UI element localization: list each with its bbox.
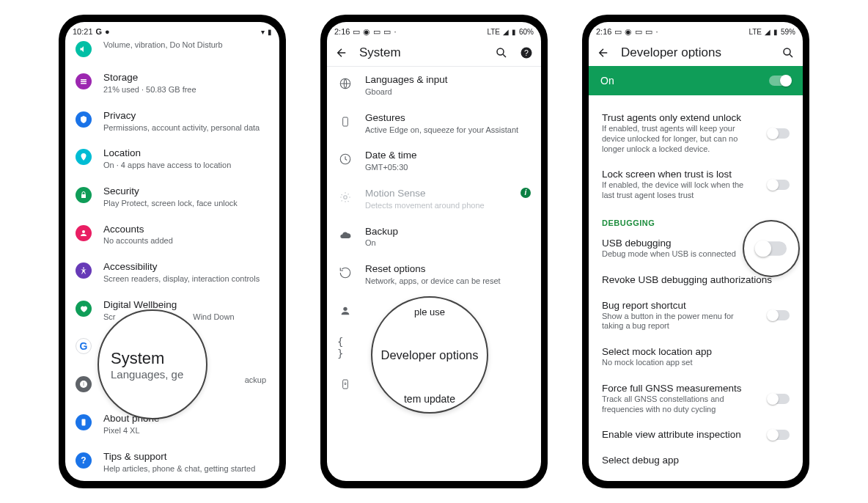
status-bar: 2:16 ▭ ◉ ▭ ▭ · LTE ◢ ▮ 60% (327, 22, 541, 40)
app-bar: System ? (327, 40, 541, 67)
svg-rect-0 (81, 79, 87, 81)
row-privacy[interactable]: PrivacyPermissions, account activity, pe… (65, 103, 279, 141)
notif-icon: ◉ (363, 27, 370, 37)
row-security[interactable]: SecurityPlay Protect, screen lock, face … (65, 178, 279, 216)
row-sound[interactable]: Volume, vibration, Do Not Disturb (65, 32, 279, 65)
notif-icon: ◉ (625, 27, 632, 37)
clock-icon (337, 151, 353, 167)
notif-icon: · (655, 27, 658, 36)
google-icon: G (96, 27, 103, 36)
svg-point-16 (343, 306, 347, 310)
system-icon: i (76, 376, 92, 392)
master-switch[interactable] (769, 76, 791, 86)
row-gestures[interactable]: GesturesActive Edge on, squeeze for your… (327, 105, 541, 143)
battery-icon: ▮ (773, 28, 778, 36)
battery-pct: 59% (781, 28, 795, 36)
switch[interactable] (768, 394, 790, 404)
row-location[interactable]: LocationOn · 4 apps have access to locat… (65, 140, 279, 178)
help-icon[interactable]: ? (519, 45, 534, 60)
google-icon: G (76, 338, 92, 354)
accounts-icon (76, 225, 92, 241)
battery-pct: 60% (519, 28, 534, 36)
help-icon: ? (76, 452, 92, 469)
row-trust-agents[interactable]: Trust agents only extend unlockIf enable… (589, 105, 803, 161)
row-accessibility[interactable]: AccessibilityScreen readers, display, in… (65, 254, 279, 292)
location-icon (76, 149, 92, 165)
notif-icon: ▭ (645, 27, 652, 37)
row-backup[interactable]: BackupOn (327, 219, 541, 257)
update-icon (337, 376, 353, 392)
battery-icon: ▮ (512, 28, 516, 36)
network-label: LTE (749, 28, 762, 36)
svg-rect-1 (81, 81, 87, 83)
notif-icon: ▭ (383, 27, 391, 37)
row-lock-trust-lost[interactable]: Lock screen when trust is lostIf enabled… (589, 161, 803, 208)
phone-icon (76, 414, 92, 430)
magnifier-devopts: ple use Developer options tem update (371, 296, 488, 414)
switch-magnified[interactable] (756, 241, 787, 256)
row-view-attr[interactable]: Enable view attribute inspection (589, 422, 803, 447)
svg-rect-8 (82, 419, 86, 426)
notif-icon: ▭ (614, 27, 622, 37)
notif-icon: · (394, 27, 396, 36)
storage-icon (76, 73, 92, 89)
user-icon (337, 303, 353, 319)
globe-icon (337, 76, 353, 92)
network-label: LTE (487, 28, 500, 36)
battery-icon: ▮ (268, 28, 272, 36)
devopts-list: Trust agents only extend unlockIf enable… (589, 105, 803, 473)
app-bar: Developer options (589, 40, 803, 66)
back-icon[interactable] (334, 45, 349, 60)
svg-point-15 (344, 196, 347, 199)
svg-point-9 (497, 48, 504, 55)
status-time: 10:21 (73, 27, 93, 36)
svg-point-18 (784, 48, 790, 55)
status-time: 2:16 (334, 27, 350, 36)
row-reset[interactable]: Reset optionsNetwork, apps, or device ca… (327, 256, 541, 294)
search-icon[interactable] (494, 45, 509, 60)
devopts-screen: 2:16 ▭ ◉ ▭ ▭ · LTE ◢ ▮ 59% Developer opt… (589, 22, 803, 481)
security-icon (76, 187, 92, 203)
switch[interactable] (768, 310, 790, 320)
svg-point-5 (83, 268, 84, 269)
sound-icon (76, 41, 92, 57)
reset-icon (337, 265, 353, 281)
wifi-icon: ▾ (261, 28, 265, 36)
row-accounts[interactable]: AccountsNo accounts added (65, 216, 279, 254)
privacy-icon (76, 111, 92, 128)
magnifier-usb-switch (743, 220, 800, 277)
row-gnss[interactable]: Force full GNSS measurementsTrack all GN… (589, 375, 803, 422)
status-time: 2:16 (596, 27, 611, 36)
settings-screen: 10:21 G ● ▾ ▮ Volume, vibration, Do Not … (65, 22, 279, 481)
row-tips[interactable]: ?Tips & supportHelp articles, phone & ch… (65, 444, 279, 481)
info-icon[interactable]: i (521, 188, 531, 198)
svg-rect-13 (343, 117, 348, 126)
magnifier-system: System Languages, ge (98, 309, 207, 419)
row-storage[interactable]: Storage21% used · 50.83 GB free (65, 65, 279, 103)
gesture-icon (337, 114, 353, 130)
motion-icon (337, 189, 353, 205)
notif-icon: ▭ (373, 27, 380, 37)
row-motionsense[interactable]: Motion SenseDetects movement around phon… (327, 180, 541, 219)
system-screen: 2:16 ▭ ◉ ▭ ▭ · LTE ◢ ▮ 60% System ? Lang… (327, 22, 541, 481)
signal-icon: ◢ (765, 28, 770, 36)
switch[interactable] (768, 180, 790, 190)
accessibility-icon (76, 262, 92, 279)
cloud-icon (337, 227, 353, 243)
row-languages[interactable]: Languages & inputGboard (327, 67, 541, 105)
back-icon[interactable] (596, 45, 611, 60)
notif-icon: ▭ (353, 27, 360, 37)
search-icon[interactable] (781, 45, 795, 60)
signal-icon: ◢ (503, 28, 509, 36)
page-title: Developer options (621, 45, 770, 60)
master-toggle-bar[interactable]: On (589, 66, 803, 95)
switch[interactable] (768, 128, 790, 139)
row-bugreport[interactable]: Bug report shortcutShow a button in the … (589, 293, 803, 339)
svg-rect-3 (81, 194, 86, 198)
switch[interactable] (768, 430, 790, 440)
row-datetime[interactable]: Date & timeGMT+05:30 (327, 142, 541, 180)
row-mock-location[interactable]: Select mock location appNo mock location… (589, 339, 803, 375)
master-label: On (600, 75, 614, 87)
svg-text:?: ? (524, 48, 529, 57)
row-select-debug[interactable]: Select debug app (589, 447, 803, 473)
